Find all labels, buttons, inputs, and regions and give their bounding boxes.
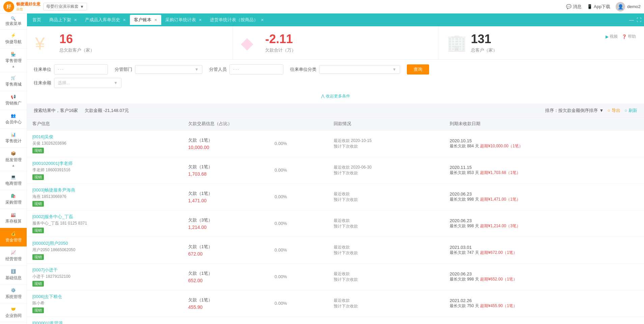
- sidebar-item-basic-info[interactable]: ℹ️ 基础信息: [0, 266, 27, 285]
- stat-debt-total-number: -2.11: [265, 32, 296, 46]
- tab-purchase-stats[interactable]: 采购订单统计表 ✕: [161, 15, 206, 25]
- overdue-link[interactable]: 超期¥672.00（1笔）: [480, 250, 517, 255]
- debt-amount: 1,471.00: [188, 198, 261, 203]
- debt-count-cell: 欠款（1笔） 1,703.68: [183, 157, 267, 183]
- customer-name-link[interactable]: [0001020001]李老师: [32, 161, 73, 166]
- due-date: 2020.06.23: [450, 271, 639, 276]
- tab-product-history-close[interactable]: ✕: [123, 18, 126, 22]
- user-menu[interactable]: 👤 demo2: [616, 2, 641, 11]
- customer-name-link[interactable]: [0003]畅捷服务尹海燕: [32, 187, 75, 193]
- sidebar-item-retail-mall[interactable]: 🛒 零售商城: [0, 72, 27, 91]
- tab-product-history[interactable]: 产成品入库单历史 ✕: [81, 15, 130, 25]
- system-icon: ⚙️: [11, 288, 16, 293]
- wholesale-icon: 📦: [11, 151, 16, 156]
- sort-selector[interactable]: 排序：按欠款金额倒序排序 ▼: [545, 108, 604, 114]
- category-select[interactable]: ▼: [319, 65, 400, 74]
- table-row: [0006]去下粮仓 陈小希 现销 欠款（1笔） 455.90 0.00% 最近…: [27, 290, 644, 317]
- table-row: [0003]畅捷服务尹海燕 海燕 18513066976 现销 欠款（1笔） 1…: [27, 183, 644, 210]
- customer-name-link[interactable]: [000001]黄思源: [32, 321, 63, 324]
- message-button[interactable]: 💬 消息: [566, 4, 582, 10]
- sidebar-item-marketing[interactable]: 📢 营销推广: [0, 91, 27, 110]
- tab-customer-ledger-close[interactable]: ✕: [154, 18, 157, 22]
- sidebar-item-wholesale[interactable]: 📦 批发管理 ▲: [0, 148, 27, 171]
- message-icon: 💬: [566, 4, 571, 9]
- customer-info-cell: [000001]黄思源 黄思源 13552700226 现销: [27, 317, 183, 324]
- sidebar-item-fast-nav[interactable]: ⚡ 快捷导航: [0, 30, 27, 49]
- customer-name-link[interactable]: [000002]用户2050: [32, 241, 68, 246]
- partner-input[interactable]: ···: [54, 64, 108, 75]
- tab-inbound-stats-close[interactable]: ✕: [261, 18, 264, 22]
- tab-minimize-icon[interactable]: —: [629, 17, 634, 23]
- mall-icon: 🛒: [11, 76, 16, 80]
- sidebar-item-retail-management[interactable]: 🏪 零售管理 ▲: [0, 49, 27, 72]
- customer-name-link[interactable]: [0016]吴俊: [32, 134, 53, 139]
- sidebar-item-purchase[interactable]: 🛍️ 采购管理: [0, 190, 27, 209]
- customer-name-link[interactable]: [0007]小迸干: [32, 267, 58, 272]
- tab-purchase-stats-close[interactable]: ✕: [199, 18, 202, 22]
- sidebar-item-system[interactable]: ⚙️ 系统管理: [0, 285, 27, 303]
- last-payment: 最近收款: [334, 191, 439, 197]
- overdue-link[interactable]: 超期¥10,000.00（1笔）: [480, 144, 523, 148]
- sidebar-item-inventory[interactable]: 🏭 库存核算: [0, 209, 27, 228]
- filter-department-label: 分管部门: [115, 66, 132, 72]
- company-selector[interactable]: 母婴行业演示账套 ▼: [43, 3, 87, 10]
- refresh-button[interactable]: ○ 刷新: [624, 108, 637, 114]
- collapse-row[interactable]: ⋀ 收起更多条件: [34, 91, 637, 101]
- search-button[interactable]: 查询: [407, 64, 429, 75]
- recovery-cell: 最近收款 预计下次收款: [328, 237, 444, 263]
- filter-balance: 往来余额 选择... ▼: [34, 78, 121, 88]
- sidebar-item-retail-stats[interactable]: 📊 零售统计: [0, 129, 27, 148]
- debt-count-cell: 欠款（1笔） 652.00: [183, 263, 267, 290]
- due-date-cell: 2020.10.15 最长欠款 884 天 超期¥10,000.00（1笔）: [444, 130, 644, 157]
- app-download-button[interactable]: 📱 App下载: [587, 4, 610, 10]
- tab-inbound-stats[interactable]: 进货单统计表（按商品） ✕: [206, 15, 268, 25]
- sidebar-item-ecommerce[interactable]: 💻 电商管理: [0, 171, 27, 190]
- tab-customer-ledger[interactable]: 客户账本 ✕: [130, 15, 161, 25]
- export-button[interactable]: ○ 导出: [608, 108, 620, 114]
- sidebar-item-guide[interactable]: 🎓 新手引导: [0, 322, 27, 324]
- video-button[interactable]: ▶ 视频: [606, 34, 618, 39]
- debt-ratio-cell: 0.00%: [267, 130, 328, 157]
- sidebar-item-member[interactable]: 👥 会员中心: [0, 110, 27, 129]
- tab-product-history-label: 产成品入库单历史: [85, 17, 120, 23]
- tab-product-shelf[interactable]: 商品上下架 ✕: [45, 15, 81, 25]
- overdue-link[interactable]: 超期¥1,703.68（1笔）: [480, 170, 521, 175]
- result-bar: 搜索结果中，客户16家 欠款金额 -21,148.07元 排序：按欠款金额倒序排…: [27, 104, 644, 117]
- stat-total-customers-number: 131: [471, 32, 497, 46]
- customer-info-cell: [0007]小迸干 小迸干 18279152100 现销: [27, 263, 183, 290]
- sidebar-item-operations[interactable]: 📈 经营管理: [0, 247, 27, 266]
- collapse-icon: ⋀: [321, 94, 325, 98]
- tab-product-shelf-close[interactable]: ✕: [74, 18, 77, 22]
- overdue-link[interactable]: 超期¥652.00（1笔）: [480, 277, 517, 282]
- overdue-days: 最长欠款 998 天: [450, 277, 480, 282]
- tab-home[interactable]: 首页: [28, 15, 45, 25]
- sidebar-item-finance[interactable]: 💰 资金管理: [0, 228, 27, 247]
- debt-count: 欠款（1笔）: [188, 244, 261, 250]
- sort-label: 排序：按欠款金额倒序排序: [545, 108, 598, 114]
- balance-select[interactable]: 选择... ▼: [54, 78, 121, 88]
- sidebar-item-enterprise[interactable]: 🤝 企业协同: [0, 303, 27, 322]
- customer-sub: 服务中心_丁磊 181 0125 8371: [32, 220, 177, 226]
- customer-tag: 现销: [32, 228, 44, 233]
- col-recovery: 回款情况: [328, 117, 444, 130]
- tab-maximize-icon[interactable]: ⛶: [637, 17, 641, 23]
- search-menu[interactable]: 🔍 搜索菜单: [0, 13, 27, 30]
- person-input[interactable]: ···: [229, 64, 283, 75]
- result-amount-text: 欠款金额 -21,148.07元: [85, 108, 129, 113]
- inventory-icon: 🏭: [11, 212, 16, 217]
- customer-name-link[interactable]: [0002]服务中心_丁磊: [32, 214, 73, 219]
- overdue-days: 最长欠款 747 天: [450, 250, 480, 255]
- stat-actions: ▶ 视频 ❓ 帮助: [606, 32, 636, 39]
- data-table-wrapper: 客户信息 欠款交易信息（占比） 回款情况 到期未收款日期 [0016]吴俊 吴俊…: [27, 117, 644, 324]
- fast-nav-icon: ⚡: [11, 33, 16, 38]
- next-payment: 预计下次收款: [334, 197, 439, 203]
- next-payment: 预计下次收款: [334, 224, 439, 229]
- overdue-link[interactable]: 超期¥1,214.00（3笔）: [480, 224, 521, 228]
- customer-name-link[interactable]: [0006]去下粮仓: [32, 294, 62, 299]
- finance-icon: 💰: [11, 231, 16, 236]
- department-select[interactable]: ▼: [135, 65, 202, 74]
- overdue-link[interactable]: 超期¥1,471.00（1笔）: [480, 197, 521, 202]
- help-button[interactable]: ❓ 帮助: [622, 34, 636, 39]
- overdue-link[interactable]: 超期¥455.90（1笔）: [480, 303, 517, 308]
- overdue-info: 最长欠款 998 天 超期¥1,214.00（3笔）: [450, 223, 639, 229]
